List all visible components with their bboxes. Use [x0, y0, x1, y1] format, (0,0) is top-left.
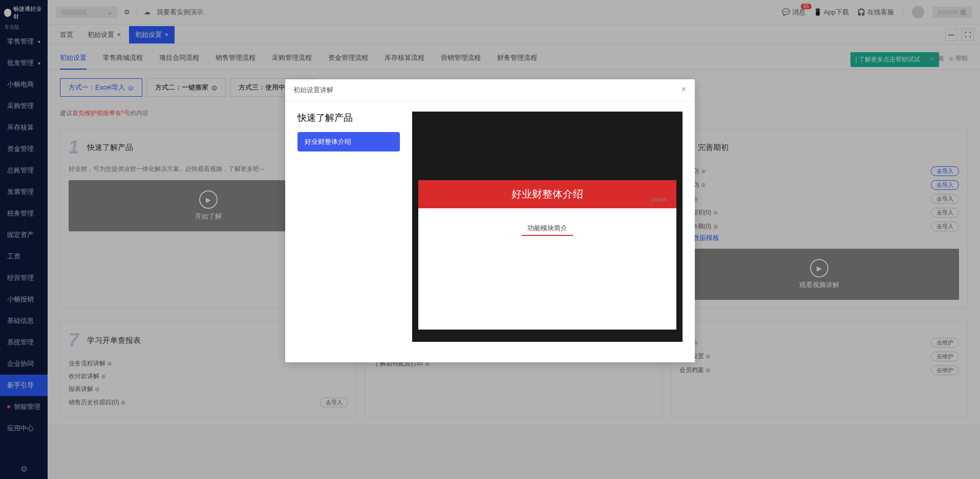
modal: 初始设置讲解 ✕ 快速了解产品 好业财整体介绍 畅捷通 Chanjet 好业财整… — [285, 79, 695, 362]
slide-title: 好业财整体介绍 — [418, 180, 676, 208]
video-player[interactable]: 畅捷通 Chanjet 好业财整体介绍 功能模块简介 — [412, 112, 683, 342]
slide-subtitle: 功能模块简介 — [418, 224, 676, 236]
modal-title: 初始设置讲解 — [293, 85, 333, 95]
modal-heading: 快速了解产品 — [297, 112, 400, 124]
modal-overlay[interactable]: 初始设置讲解 ✕ 快速了解产品 好业财整体介绍 畅捷通 Chanjet 好业财整… — [0, 0, 980, 479]
modal-close-button[interactable]: ✕ — [681, 85, 687, 95]
slide-logo: 畅捷通 Chanjet — [645, 188, 666, 203]
modal-menu-item[interactable]: 好业财整体介绍 — [297, 132, 400, 151]
